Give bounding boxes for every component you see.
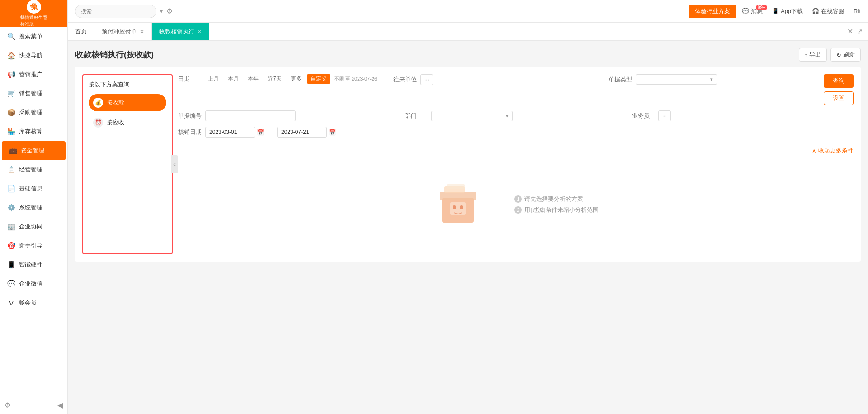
no-data-illustration (433, 182, 487, 227)
hint-num-2: 2 (514, 206, 522, 214)
no-data-content: 1 请先选择要分析的方案 2 用[过滤]条件来缩小分析范围 (433, 182, 598, 227)
sidebar-item-hardware[interactable]: 📱 智能硬件 (0, 255, 67, 274)
tab-receive[interactable]: 收款核销执行 ✕ (152, 23, 209, 40)
topbar-right: 💬 消息 99+ 📱 App下载 🎧 在线客服 Rit (742, 7, 861, 15)
dept-label: 部门 (405, 112, 428, 120)
date-btn-last-month[interactable]: 上月 (204, 74, 222, 84)
setting-button[interactable]: 设置 (824, 91, 854, 105)
export-button[interactable]: ↑ 导出 (799, 48, 827, 62)
search-menu-icon: 🔍 (7, 33, 15, 41)
page-header: 收款核销执行(按收款) ↑ 导出 ↻ 刷新 (75, 48, 861, 62)
expand-icon[interactable]: ⤢ (857, 27, 863, 36)
hint-num-1: 1 (514, 195, 522, 203)
sidebar-item-fund[interactable]: 💼 资金管理 (2, 141, 66, 160)
chevron-down-icon: ▾ (710, 76, 713, 82)
order-type-filter-group: 单据类型 ▾ (609, 74, 818, 85)
sidebar-item-guide[interactable]: 🎯 新手引导 (0, 236, 67, 255)
fund-icon: 💼 (9, 147, 17, 155)
sidebar-item-sales[interactable]: 🛒 销售管理 (0, 84, 67, 103)
verify-date-start-wrap: 📅 (205, 127, 264, 138)
tab-receive-close-icon[interactable]: ✕ (197, 29, 202, 35)
verify-date-filter-group: 核销日期 📅 — 📅 (178, 127, 854, 138)
app-download-button[interactable]: 📱 App下载 (772, 7, 803, 15)
sidebar-item-wechat[interactable]: 💬 企业微信 (0, 274, 67, 293)
chevron-up-icon: ∧ (812, 148, 816, 154)
svg-point-3 (453, 205, 456, 209)
calendar-end-icon[interactable]: 📅 (329, 129, 336, 136)
sidebar: 兔 畅捷通好生意 标准版 🔍 搜索菜单 🏠 快捷导航 📢 营销推广 🛒 销售管理… (0, 0, 68, 414)
counterparty-label: 往来单位 (393, 76, 417, 84)
filter-by-receivable[interactable]: ⏰ 按应收 (89, 114, 166, 131)
close-tab-icon[interactable]: ✕ (847, 27, 853, 36)
dept-select[interactable]: ▾ (431, 111, 513, 121)
sidebar-item-marketing[interactable]: 📢 营销推广 (0, 65, 67, 84)
sidebar-nav: 🔍 搜索菜单 🏠 快捷导航 📢 营销推广 🛒 销售管理 📦 采购管理 🏪 库存核… (0, 27, 67, 396)
hardware-icon: 📱 (7, 261, 15, 269)
svg-rect-2 (450, 202, 466, 215)
wechat-icon: 💬 (7, 280, 15, 288)
settings-bottom-icon[interactable]: ⚙ (5, 401, 11, 409)
search-input[interactable] (75, 5, 156, 18)
online-service-button[interactable]: 🎧 在线客服 (812, 7, 844, 15)
chevron-down-dept-icon: ▾ (506, 113, 509, 119)
sidebar-item-search[interactable]: 🔍 搜索菜单 (0, 27, 67, 46)
enterprise-icon: 🏢 (7, 223, 15, 231)
collapse-sidebar-icon[interactable]: ◀ (57, 401, 63, 409)
sidebar-item-system[interactable]: ⚙️ 系统管理 (0, 198, 67, 217)
member-icon: V (7, 299, 15, 307)
verify-date-end-input[interactable] (277, 127, 327, 138)
order-no-input[interactable] (205, 110, 296, 121)
inventory-icon: 🏪 (7, 128, 15, 136)
tab-home[interactable]: 首页 (68, 23, 94, 40)
user-info[interactable]: Rit (854, 8, 861, 14)
page-title: 收款核销执行(按收款) (75, 49, 154, 60)
order-type-select[interactable]: ▾ (636, 74, 717, 85)
tab-prepay-close-icon[interactable]: ✕ (140, 29, 144, 35)
refresh-button[interactable]: ↻ 刷新 (830, 48, 861, 62)
chevron-down-icon[interactable]: ▾ (160, 8, 163, 14)
filter-by-receipt[interactable]: 💰 按收款 (89, 94, 166, 111)
solution-button[interactable]: 体验行业方案 (689, 5, 736, 18)
no-data-hint-1: 1 请先选择要分析的方案 (514, 195, 598, 203)
sales-icon: 🛒 (7, 90, 15, 98)
guide-icon: 🎯 (7, 242, 15, 250)
collapse-filter-icon[interactable]: « (171, 155, 178, 173)
date-btn-this-year[interactable]: 本年 (244, 74, 262, 84)
sidebar-item-shortcut[interactable]: 🏠 快捷导航 (0, 46, 67, 65)
date-btn-custom[interactable]: 自定义 (307, 74, 330, 84)
receivable-icon: ⏰ (93, 118, 103, 128)
tabbar: 首页 预付冲应付单 ✕ 收款核销执行 ✕ ✕ ⤢ (68, 23, 868, 41)
order-no-filter-group: 单据编号 (178, 110, 400, 121)
dept-filter-group: 部门 ▾ (405, 111, 627, 121)
message-button[interactable]: 💬 消息 99+ (742, 7, 763, 15)
filter-scheme-title: 按以下方案查询 (89, 81, 166, 89)
query-button[interactable]: 查询 (824, 74, 854, 88)
sidebar-item-enterprise[interactable]: 🏢 企业协同 (0, 217, 67, 236)
sidebar-item-operation[interactable]: 📋 经营管理 (0, 160, 67, 179)
system-icon: ⚙️ (7, 204, 15, 212)
staff-filter-group: 业务员 ··· (632, 110, 854, 121)
collapse-more-btn[interactable]: ∧ 收起更多条件 (178, 147, 854, 155)
verify-date-start-input[interactable] (205, 127, 255, 138)
counterparty-select-btn[interactable]: ··· (420, 74, 433, 85)
sidebar-item-purchase[interactable]: 📦 采购管理 (0, 103, 67, 122)
date-btn-more[interactable]: 更多 (287, 74, 305, 84)
basic-icon: 📄 (7, 185, 15, 193)
topbar-gear-icon[interactable]: ⚙ (166, 7, 173, 15)
tab-prepay[interactable]: 预付冲应付单 ✕ (94, 23, 152, 40)
staff-select-btn[interactable]: ··· (658, 110, 671, 121)
verify-date-end-wrap: 📅 (277, 127, 336, 138)
date-btn-this-month[interactable]: 本月 (224, 74, 242, 84)
svg-rect-6 (447, 184, 465, 189)
message-icon: 💬 (742, 8, 749, 14)
message-badge: 99+ (756, 5, 767, 10)
receipt-icon: 💰 (93, 98, 103, 108)
date-btn-7days[interactable]: 近7天 (264, 74, 285, 84)
sidebar-item-member[interactable]: V 畅会员 (0, 293, 67, 312)
sidebar-item-basic[interactable]: 📄 基础信息 (0, 179, 67, 198)
no-data-hint-2: 2 用[过滤]条件来缩小分析范围 (514, 206, 598, 214)
date-label: 日期 (178, 75, 201, 83)
sidebar-item-inventory[interactable]: 🏪 库存核算 (0, 122, 67, 141)
date-range-separator: — (268, 129, 274, 136)
calendar-start-icon[interactable]: 📅 (257, 129, 264, 136)
